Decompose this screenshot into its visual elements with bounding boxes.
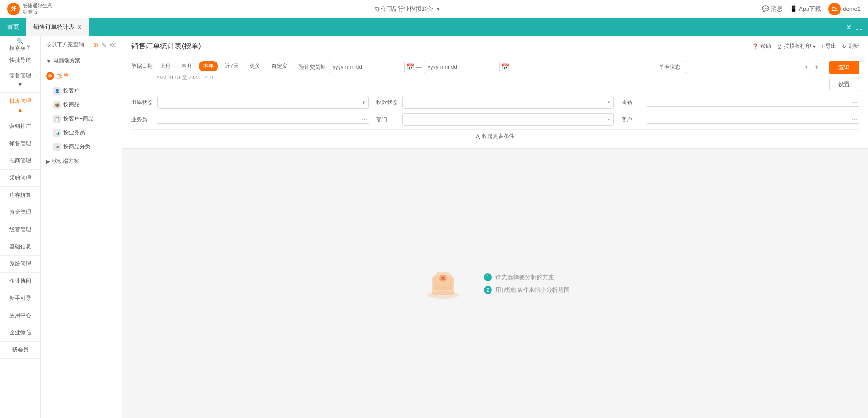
status-select[interactable] bbox=[685, 61, 811, 73]
empty-tips: 1 请先选择要分析的方案 2 用[过滤]条件来缩小分析范围 bbox=[484, 273, 569, 294]
pc-section-label: 电脑端方案 bbox=[53, 57, 80, 65]
edit-scheme-icon[interactable]: ✎ bbox=[101, 41, 107, 48]
tip-num-1: 1 bbox=[484, 273, 492, 281]
calendar-from-icon[interactable]: 📅 bbox=[406, 63, 414, 71]
by-customer-icon: 👤 bbox=[53, 87, 61, 95]
tip-num-2: 2 bbox=[484, 286, 492, 294]
staff-more-icon[interactable]: ··· bbox=[360, 115, 369, 123]
message-icon: 💬 bbox=[762, 5, 769, 12]
print-template-button[interactable]: 🖨 按模板打印 ▾ bbox=[777, 43, 816, 50]
tab-close-icon[interactable]: ✕ bbox=[77, 24, 82, 30]
maximize-window-icon[interactable]: ⛶ bbox=[855, 23, 863, 32]
out-status-select[interactable] bbox=[157, 96, 369, 109]
pay-status-label: 收款状态 bbox=[376, 99, 399, 106]
out-status-select-wrapper bbox=[157, 96, 369, 109]
expected-date-to-input[interactable] bbox=[424, 61, 500, 73]
help-icon: ❓ bbox=[752, 43, 759, 50]
goods-more-icon[interactable]: ··· bbox=[850, 98, 859, 105]
dept-select[interactable] bbox=[402, 113, 614, 126]
sidebar-item-operations[interactable]: 经营管理 bbox=[0, 221, 40, 238]
export-icon: ↑ bbox=[821, 43, 824, 50]
help-button[interactable]: ❓ 帮助 bbox=[752, 43, 771, 50]
pc-scheme-section: ▼ 电脑端方案 单 按单 👤 按客户 📦 按商品 📋 按客户+商品 📊 按业 bbox=[41, 53, 122, 154]
search-menu-button[interactable]: 🔍 搜索菜单 bbox=[0, 36, 40, 54]
sidebar-item-ecommerce[interactable]: 电商管理 bbox=[0, 152, 40, 170]
add-scheme-icon[interactable]: ⊕ bbox=[93, 41, 99, 48]
messages-button[interactable]: 💬 消息 bbox=[762, 5, 783, 13]
set-button[interactable]: 设置 bbox=[829, 78, 859, 91]
query-button[interactable]: 查询 bbox=[829, 61, 859, 74]
refresh-icon: ↻ bbox=[842, 43, 846, 50]
date-btn-this-month[interactable]: 本月 bbox=[177, 61, 196, 72]
company-selector[interactable]: 办公用品行业模拟账套 ▾ bbox=[374, 5, 440, 13]
phone-icon: 📱 bbox=[790, 5, 797, 12]
by-product-icon: 📦 bbox=[53, 101, 61, 109]
sidebar-item-inventory[interactable]: 库存核算 bbox=[0, 187, 40, 204]
pc-scheme-toggle[interactable]: ▼ 电脑端方案 bbox=[41, 53, 122, 68]
mobile-scheme-toggle[interactable]: ▶ 移动端方案 bbox=[41, 154, 122, 169]
collapse-panel-icon[interactable]: ≪ bbox=[109, 41, 116, 48]
scheme-by-customer[interactable]: 👤 按客户 bbox=[41, 84, 122, 98]
sidebar-item-marketing[interactable]: 营销推广 bbox=[0, 118, 40, 135]
content-area: 销售订单统计表(按单) ❓ 帮助 🖨 按模板打印 ▾ ↑ 导出 ↻ 刷新 bbox=[122, 36, 868, 418]
sales-order-tab-label: 销售订单统计表 bbox=[33, 23, 75, 31]
logo-text: 畅捷通好生意 标准版 bbox=[23, 3, 52, 14]
date-btn-7days[interactable]: 近7天 bbox=[221, 61, 243, 72]
by-customer-product-icon: 📋 bbox=[53, 115, 61, 123]
sidebar-item-sales[interactable]: 销售管理 bbox=[0, 135, 40, 152]
scheme-by-staff[interactable]: 📊 按业务员 bbox=[41, 126, 122, 140]
date-label: 单据日期 bbox=[131, 62, 154, 70]
date-range-display: 2023-01-01 至 2023-12-31 bbox=[156, 75, 214, 80]
scheme-by-product[interactable]: 📦 按商品 bbox=[41, 98, 122, 112]
scheme-by-customer-product[interactable]: 📋 按客户+商品 bbox=[41, 112, 122, 126]
date-btn-last-month[interactable]: 上月 bbox=[156, 61, 175, 72]
close-window-icon[interactable]: ✕ bbox=[846, 23, 852, 32]
customer-more-icon[interactable]: ··· bbox=[850, 115, 859, 123]
date-btn-custom[interactable]: 自定义 bbox=[267, 61, 292, 72]
scheme-by-order[interactable]: 单 按单 bbox=[41, 68, 122, 84]
date-btn-this-year[interactable]: 本年 bbox=[199, 61, 218, 71]
staff-label: 业务员 bbox=[131, 116, 154, 124]
status-label: 单据状态 bbox=[659, 63, 681, 71]
date-btn-more[interactable]: 更多 bbox=[245, 61, 264, 72]
pay-status-select[interactable] bbox=[402, 96, 614, 109]
sidebar-item-app-center[interactable]: 应用中心 bbox=[0, 307, 40, 324]
user-menu[interactable]: Ea demo2 bbox=[828, 3, 861, 15]
topbar-right: 💬 消息 📱 App下载 Ea demo2 bbox=[762, 3, 861, 15]
sidebar-item-basic-info[interactable]: 基础信息 bbox=[0, 238, 40, 256]
window-controls: ✕ ⛶ bbox=[846, 23, 868, 32]
sidebar-item-newbie[interactable]: 新手引导 bbox=[0, 290, 40, 307]
tab-home[interactable]: 首页 bbox=[0, 18, 26, 36]
mobile-section-arrow-icon: ▶ bbox=[46, 158, 50, 165]
refresh-button[interactable]: ↻ 刷新 bbox=[842, 43, 859, 50]
sidebar-item-wholesale[interactable]: 批发管理 ▲ bbox=[0, 93, 40, 118]
retail-label: 零售管理 bbox=[9, 72, 31, 80]
pc-section-arrow-icon: ▼ bbox=[46, 58, 52, 64]
goods-label: 商品 bbox=[621, 99, 644, 106]
sidebar-item-retail[interactable]: 零售管理 ▼ bbox=[0, 67, 40, 93]
tab-sales-order[interactable]: 销售订单统计表 ✕ bbox=[26, 18, 89, 36]
collapse-filter-button[interactable]: ⋀ 收起更多条件 bbox=[131, 129, 859, 143]
retail-arrow-icon: ▼ bbox=[18, 81, 23, 88]
home-tab-label: 首页 bbox=[7, 23, 19, 31]
mobile-scheme-section: ▶ 移动端方案 bbox=[41, 154, 122, 169]
quick-nav-button[interactable]: 快捷导航 bbox=[0, 54, 40, 67]
sidebar-item-member[interactable]: 畅会员 bbox=[0, 342, 40, 359]
sidebar-item-finance[interactable]: 资金管理 bbox=[0, 204, 40, 221]
export-button[interactable]: ↑ 导出 bbox=[821, 43, 836, 50]
by-order-icon: 单 bbox=[46, 72, 54, 80]
wholesale-label: 批发管理 bbox=[9, 97, 31, 105]
collapse-arrow-icon: ⋀ bbox=[476, 133, 480, 140]
scheme-by-category[interactable]: 🗂 按商品分类 bbox=[41, 140, 122, 154]
app-download-button[interactable]: 📱 App下载 bbox=[790, 5, 821, 13]
empty-illustration bbox=[420, 261, 466, 306]
sidebar-item-wechat[interactable]: 企业微信 bbox=[0, 324, 40, 342]
left-panel-actions: ⊕ ✎ ≪ bbox=[93, 41, 116, 48]
sidebar-item-system[interactable]: 系统管理 bbox=[0, 256, 40, 273]
sidebar-item-enterprise[interactable]: 企业协同 bbox=[0, 273, 40, 290]
sidebar: 🔍 搜索菜单 快捷导航 零售管理 ▼ 批发管理 ▲ 营销推广 销售管理 电商管理… bbox=[0, 36, 41, 418]
expected-date-from-input[interactable] bbox=[329, 61, 405, 73]
left-panel-title: 按以下方案查询 bbox=[46, 41, 84, 48]
calendar-to-icon[interactable]: 📅 bbox=[501, 63, 509, 71]
sidebar-item-purchase[interactable]: 采购管理 bbox=[0, 170, 40, 187]
